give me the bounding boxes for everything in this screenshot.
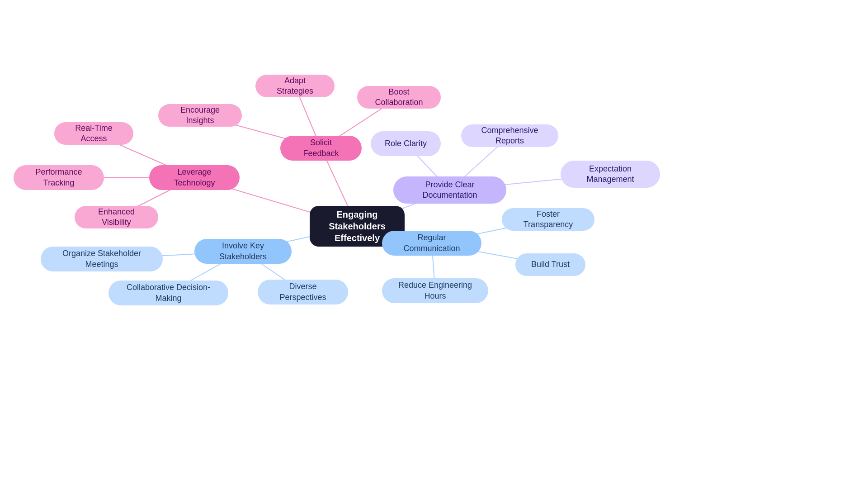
node-collaborative_decision_making: Collaborative Decision-Making [108, 281, 228, 305]
node-solicit_feedback: Solicit Feedback [280, 136, 362, 161]
node-organize_stakeholder_meetings: Organize Stakeholder Meetings [41, 247, 163, 271]
node-provide_clear_documentation: Provide Clear Documentation [393, 176, 506, 204]
node-boost_collaboration: Boost Collaboration [357, 86, 441, 109]
node-comprehensive_reports: Comprehensive Reports [461, 124, 558, 147]
node-performance_tracking: Performance Tracking [14, 165, 104, 190]
node-foster_transparency: Foster Transparency [502, 208, 594, 231]
node-diverse_perspectives: Diverse Perspectives [258, 280, 348, 304]
node-real_time_access: Real-Time Access [54, 122, 133, 145]
node-involve_key_stakeholders: Involve Key Stakeholders [194, 239, 292, 264]
mindmap-container: Engaging Stakeholders EffectivelySolicit… [0, 0, 868, 490]
node-leverage_technology: Leverage Technology [149, 165, 240, 190]
node-reduce_engineering_hours: Reduce Engineering Hours [382, 278, 488, 303]
node-enhanced_visibility: Enhanced Visibility [75, 206, 158, 228]
node-encourage_insights: Encourage Insights [158, 104, 242, 127]
node-regular_communication: Regular Communication [382, 231, 481, 256]
node-expectation_management: Expectation Management [561, 161, 660, 188]
node-build_trust: Build Trust [515, 253, 585, 276]
node-adapt_strategies: Adapt Strategies [255, 75, 335, 97]
node-role_clarity: Role Clarity [371, 131, 441, 156]
